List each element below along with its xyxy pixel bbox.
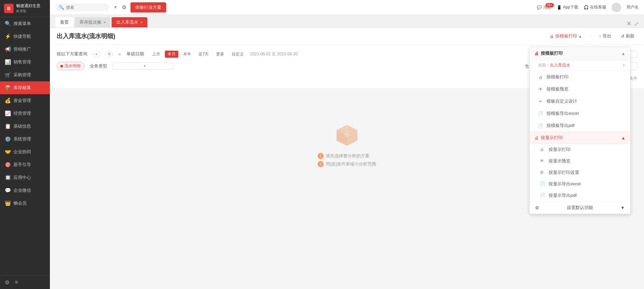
display-pdf-item[interactable]: 📄 按显示导出pdf	[530, 190, 630, 201]
display-settings-item[interactable]: ⚙ 按显示打印设置	[530, 167, 630, 178]
message-icon: 💬	[537, 5, 542, 10]
biz-type-label: 业务类型	[90, 63, 107, 69]
tab-batch[interactable]: 库存批次账 ×	[75, 17, 110, 27]
basic-icon: 📋	[5, 123, 11, 129]
page-header: 出入库流水(流水明细) 🖨 按模板打印 ▲ ··· ↑ 导出 ↺ 刷新	[50, 28, 644, 45]
template-excel-label: 按模板导出excel	[547, 110, 579, 116]
sub-filter-tag[interactable]: 流水明细	[57, 62, 84, 70]
display-print-item[interactable]: 🖨 按显示打印	[530, 144, 630, 155]
display-excel-item[interactable]: 📄 按显示导出excel	[530, 178, 630, 190]
set-default-label: 设置默认功能	[567, 205, 593, 211]
avatar[interactable]	[612, 3, 621, 12]
tab-flow[interactable]: 出入库流水 ×	[112, 17, 147, 27]
template-print-item[interactable]: 🖨 按模板打印	[530, 71, 630, 83]
date-curr-month[interactable]: 本月	[165, 51, 178, 58]
sidebar-item-basic[interactable]: 📋 基础信息	[0, 120, 50, 133]
sidebar-item-search[interactable]: 🔍 搜索菜单	[0, 17, 50, 30]
settings-bottom-icon[interactable]: ⚙	[5, 279, 9, 286]
template-custom-item[interactable]: ✏ 模板自定义设计	[530, 95, 630, 107]
search-chevron-icon[interactable]: ▼	[113, 5, 118, 10]
template-print-icon: 🖨	[538, 74, 543, 80]
date-curr-year[interactable]: 本年	[180, 51, 194, 58]
tab-flow-close-icon[interactable]: ×	[140, 20, 142, 24]
dropdown-title-label: 按模板打印	[541, 50, 563, 56]
sidebar-item-member[interactable]: 👑 畅会员	[0, 197, 50, 210]
display-section-icon: 🖨	[534, 135, 539, 140]
shortcut-icon: ⚡	[5, 33, 11, 40]
display-pdf-icon: 📄	[540, 193, 545, 198]
display-excel-label: 按显示导出excel	[549, 181, 581, 187]
sidebar-logo: B 畅捷通好生意 标准版	[0, 0, 50, 17]
template-pdf-item[interactable]: 📄 按模板导出pdf	[530, 120, 630, 132]
sidebar-item-wechat[interactable]: 💬 企业微信	[0, 184, 50, 197]
sidebar-item-guide[interactable]: 🎯 新手引导	[0, 158, 50, 171]
template-preview-item[interactable]: 👁 按模板预览	[530, 83, 630, 95]
filter-collapse-icon[interactable]: «	[118, 51, 121, 57]
template-excel-item[interactable]: 📄 按模板导出excel	[530, 107, 630, 120]
date-prev-month[interactable]: 上月	[149, 51, 163, 58]
tab-home[interactable]: 首页	[55, 17, 74, 27]
current-prefix: 当前：	[538, 62, 550, 68]
sidebar-item-label: 销售管理	[13, 59, 31, 65]
app-download-button[interactable]: 📱 App下载	[557, 4, 578, 10]
sidebar: B 畅捷通好生意 标准版 🔍 搜索菜单 ⚡ 快捷导航 📢 营销推广 📊 销售管理…	[0, 0, 50, 289]
message-badge: 99+	[546, 3, 554, 7]
sidebar-item-label: 营销推广	[13, 46, 31, 52]
logo-name: 畅捷通好生意	[16, 3, 40, 9]
biz-type-arrow-icon: ▼	[143, 64, 170, 68]
dropdown-title: 🖨 按模板打印	[534, 50, 563, 56]
export-button[interactable]: ↑ 导出	[596, 32, 614, 41]
finance-icon: 💰	[5, 98, 11, 104]
sidebar-nav: 🔍 搜索菜单 ⚡ 快捷导航 📢 营销推广 📊 销售管理 🛒 采购管理 📦 库存核…	[0, 17, 50, 275]
print-template-button[interactable]: 🖨 按模板打印 ▲	[547, 32, 585, 41]
filter-add-button[interactable]: +	[93, 50, 100, 58]
date-7days[interactable]: 近7天	[196, 51, 212, 58]
sidebar-item-business[interactable]: 📈 经营管理	[0, 107, 50, 120]
tab-batch-close-icon[interactable]: ×	[104, 20, 106, 24]
sidebar-item-label: 搜索菜单	[13, 21, 31, 27]
sales-icon: 📊	[5, 59, 11, 65]
sidebar-item-sales[interactable]: 📊 销售管理	[0, 56, 50, 69]
sub-filter-label: 流水明细	[64, 63, 81, 69]
set-default-button[interactable]: ⚙ 设置默认功能 ▼	[530, 201, 630, 214]
dropdown-header: 🖨 按模板打印 ▲	[530, 47, 630, 60]
biz-type-select[interactable]: ▼	[113, 62, 173, 70]
display-preview-icon: 👁	[540, 158, 545, 164]
sidebar-item-purchase[interactable]: 🛒 采购管理	[0, 69, 50, 81]
sidebar-item-shortcut[interactable]: ⚡ 快捷导航	[0, 30, 50, 43]
close-window-icon[interactable]: ✕	[626, 20, 632, 27]
collapse-sidebar-icon[interactable]: ≡	[15, 279, 18, 286]
maximize-window-icon[interactable]: ⤢	[634, 21, 639, 27]
date-custom[interactable]: 自定义	[229, 51, 246, 58]
date-more[interactable]: 更多	[213, 51, 227, 58]
sidebar-item-label: 畅会员	[13, 200, 27, 206]
page-title: 出入库流水(流水明细)	[57, 32, 115, 44]
sidebar-item-inventory[interactable]: 📦 库存核算	[0, 81, 50, 94]
page-actions: 🖨 按模板打印 ▲ ··· ↑ 导出 ↺ 刷新 🖨	[547, 32, 637, 45]
search-input[interactable]	[66, 5, 100, 10]
sidebar-item-label: 资金管理	[13, 98, 31, 104]
filter-settings-button[interactable]: ⚙	[106, 50, 113, 58]
tab-batch-label: 库存批次账	[80, 19, 101, 25]
display-settings-icon: ⚙	[540, 170, 545, 175]
tip1-text: 请先选择要分析的方案	[326, 153, 370, 159]
display-section-arrow[interactable]: ▲	[621, 135, 625, 140]
refresh-button[interactable]: ↺ 刷新	[618, 32, 637, 41]
filter-label: 按以下方案查询	[57, 51, 87, 57]
search-box[interactable]: 🔍	[55, 3, 109, 11]
message-button[interactable]: 💬 消息 99+	[537, 4, 551, 10]
tip1-num: 1	[318, 153, 324, 159]
sidebar-item-collab[interactable]: 🤝 企业协同	[0, 146, 50, 158]
sidebar-item-marketing[interactable]: 📢 营销推广	[0, 43, 50, 56]
set-default-arrow: ▼	[620, 205, 625, 210]
online-service-button[interactable]: 🎧 在线客服	[584, 4, 606, 10]
display-preview-item[interactable]: 👁 按显示预览	[530, 155, 630, 167]
sidebar-item-finance[interactable]: 💰 资金管理	[0, 94, 50, 107]
export-label: 导出	[603, 33, 611, 39]
sidebar-item-appcenter[interactable]: 🔲 应用中心	[0, 171, 50, 184]
dropdown-collapse-icon[interactable]: ▲	[621, 51, 625, 56]
settings-gear-icon[interactable]: ⚙	[122, 4, 126, 10]
industry-button[interactable]: 体验行业方案	[130, 2, 166, 12]
sidebar-item-system[interactable]: ⚙️ 系统管理	[0, 133, 50, 146]
search-icon: 🔍	[5, 21, 11, 27]
